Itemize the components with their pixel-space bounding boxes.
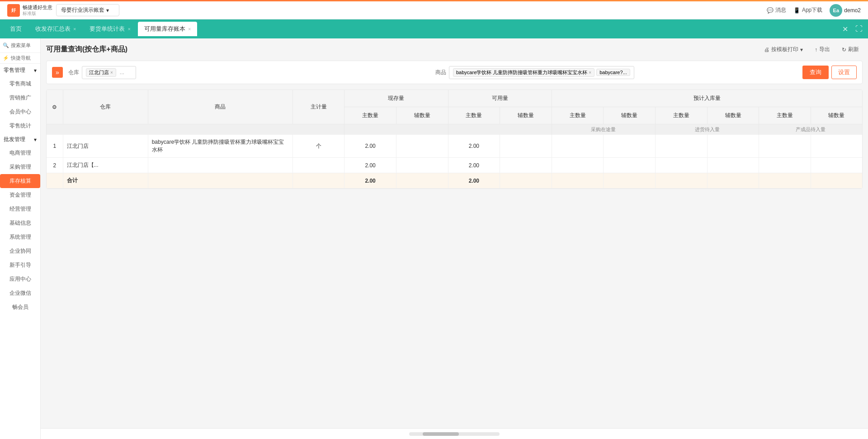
close-all-tabs-icon[interactable]: ✕	[840, 23, 850, 35]
print-dropdown-icon	[800, 47, 803, 53]
sidebar-item-enterprise[interactable]: 企业协同	[0, 244, 40, 258]
sidebar-item-purchase-mgmt[interactable]: 采购管理	[0, 160, 40, 174]
sidebar-item-operations[interactable]: 经营管理	[0, 202, 40, 216]
print-icon: 🖨	[764, 47, 769, 53]
message-button[interactable]: 💬 消息	[767, 6, 786, 14]
avatar: Ea	[830, 4, 842, 17]
th-stock-main: 主数量	[344, 107, 396, 124]
product-filter-field: 商品 babycare学饮杯 儿童防摔防撞吸管杯重力球吸嘴杯宝宝水杯 × bab…	[435, 66, 797, 79]
logo-area: 好 畅捷通好生意 标准版	[7, 4, 52, 17]
nav-tabs: 首页 收发存汇总表 × 要货单统计表 × 可用量库存账本 × ✕ ⛶	[0, 19, 868, 38]
remove-product-tag-1[interactable]: ×	[589, 70, 591, 75]
sidebar-item-retail-store[interactable]: 零售商城	[0, 77, 40, 91]
th-current-stock: 现存量	[344, 90, 448, 107]
remove-warehouse-tag[interactable]: ×	[110, 70, 113, 75]
page-actions: 🖨 按模板打印 ↑ 导出 ↻ 刷新	[760, 44, 863, 55]
scrollbar-thumb[interactable]	[423, 432, 459, 436]
query-button[interactable]: 查询	[802, 66, 829, 79]
header-right: 💬 消息 📱 App下载 Ea demo2	[767, 4, 861, 17]
app-download-button[interactable]: 📱 App下载	[793, 6, 822, 14]
data-table: ⚙ 仓库 商品 主计量 现存量 可用量 预计入库量 主数量 辅数量 主数量	[47, 90, 862, 189]
tenant-dropdown-icon	[106, 7, 109, 14]
tab-order-stats[interactable]: 要货单统计表 ×	[83, 22, 137, 36]
sub-header-production-pending: 产成品待入量	[759, 124, 862, 135]
sidebar-item-finance[interactable]: 资金管理	[0, 188, 40, 202]
th-avail-aux: 辅数量	[500, 107, 552, 124]
close-tab-order-stats[interactable]: ×	[127, 26, 130, 32]
export-button[interactable]: ↑ 导出	[811, 44, 834, 55]
logo-text: 畅捷通好生意 标准版	[23, 4, 52, 16]
warehouse-tag[interactable]: 江北门店 ×	[86, 68, 116, 77]
sidebar-item-ecommerce[interactable]: 电商管理	[0, 146, 40, 160]
sidebar-quick-nav[interactable]: ⚡ 快捷导航	[0, 53, 40, 64]
logo-icon: 好	[7, 4, 20, 17]
page-title-bar: 可用量查询(按仓库+商品) 🖨 按模板打印 ↑ 导出 ↻ 刷新	[46, 44, 863, 55]
sidebar: 🔍 搜索菜单 ⚡ 快捷导航 零售管理 零售商城 营销推广 会员中心 零售统计 批…	[0, 38, 41, 439]
template-print-button[interactable]: 🖨 按模板打印	[760, 44, 807, 55]
refresh-button[interactable]: ↻ 刷新	[838, 44, 863, 55]
warehouse-filter-dots[interactable]: ...	[118, 69, 126, 76]
sidebar-item-basic-info[interactable]: 基础信息	[0, 216, 40, 230]
chevron-down-icon-2	[34, 137, 37, 143]
sidebar-item-retail-stats[interactable]: 零售统计	[0, 119, 40, 133]
page-container: 可用量查询(按仓库+商品) 🖨 按模板打印 ↑ 导出 ↻ 刷新	[41, 38, 868, 428]
header-left: 好 畅捷通好生意 标准版 母婴行业演示账套	[7, 4, 119, 17]
sidebar-item-inventory[interactable]: 库存核算	[0, 174, 40, 188]
table-row: 1 江北门店 babycare学饮杯 儿童防摔防撞吸管杯重力球吸嘴杯宝宝水杯 个…	[47, 135, 862, 158]
warehouse-filter-field: 仓库 江北门店 × ...	[68, 66, 430, 79]
sidebar-item-new-guide[interactable]: 新手引导	[0, 258, 40, 272]
tab-home[interactable]: 首页	[4, 22, 28, 36]
product-tag-1[interactable]: babycare学饮杯 儿童防摔防撞吸管杯重力球吸嘴杯宝宝水杯 ×	[453, 68, 594, 77]
settings-button[interactable]: 设置	[831, 66, 857, 79]
user-menu[interactable]: Ea demo2	[830, 4, 861, 17]
data-table-container: ⚙ 仓库 商品 主计量 现存量 可用量 预计入库量 主数量 辅数量 主数量	[46, 90, 863, 189]
message-icon: 💬	[767, 7, 774, 14]
sidebar-item-system-mgmt[interactable]: 系统管理	[0, 230, 40, 244]
product-filter-input[interactable]: babycare学饮杯 儿童防摔防撞吸管杯重力球吸嘴杯宝宝水杯 × babyca…	[449, 66, 634, 79]
sidebar-item-retail-mgmt[interactable]: 零售管理	[0, 64, 40, 77]
sidebar-item-marketing[interactable]: 营销推广	[0, 91, 40, 105]
product-filter-label: 商品	[435, 69, 446, 76]
th-prod-main: 主数量	[759, 107, 811, 124]
sidebar-item-wholesale-mgmt[interactable]: 批发管理	[0, 133, 40, 146]
th-prod-aux: 辅数量	[811, 107, 862, 124]
nav-icon: ⚡	[3, 55, 9, 61]
main-layout: 🔍 搜索菜单 ⚡ 快捷导航 零售管理 零售商城 营销推广 会员中心 零售统计 批…	[0, 38, 868, 439]
sidebar-search[interactable]: 🔍 搜索菜单	[0, 38, 40, 53]
export-icon: ↑	[815, 47, 817, 53]
sub-header-purchase-transit: 采购在途量	[552, 124, 655, 135]
product-tag-2[interactable]: babycare?...	[596, 69, 630, 76]
th-available: 可用量	[448, 90, 552, 107]
th-pt-aux: 辅数量	[604, 107, 656, 124]
top-header: 好 畅捷通好生意 标准版 母婴行业演示账套 💬 消息 📱 App下载 Ea de…	[0, 1, 868, 19]
close-tab-available-inventory[interactable]: ×	[188, 26, 191, 32]
th-stock-aux: 辅数量	[396, 107, 448, 124]
warehouse-filter-input[interactable]: 江北门店 × ...	[82, 66, 136, 79]
tab-receipt-summary[interactable]: 收发存汇总表 ×	[29, 22, 82, 36]
filter-bar: » 仓库 江北门店 × ... 商品	[46, 61, 863, 84]
th-pp-main: 主数量	[656, 107, 708, 124]
search-icon: 🔍	[3, 42, 9, 48]
sidebar-item-enterprise-wechat[interactable]: 企业微信	[0, 286, 40, 300]
sidebar-item-member-center[interactable]: 会员中心	[0, 105, 40, 119]
content-area: 可用量查询(按仓库+商品) 🖨 按模板打印 ↑ 导出 ↻ 刷新	[41, 38, 868, 439]
app-icon: 📱	[793, 7, 800, 14]
tab-available-inventory[interactable]: 可用量库存账本 ×	[138, 22, 197, 36]
th-main-unit: 主计量	[292, 90, 344, 124]
sidebar-item-app-center[interactable]: 应用中心	[0, 272, 40, 286]
th-settings[interactable]: ⚙	[47, 90, 63, 124]
th-pt-main: 主数量	[552, 107, 604, 124]
tenant-selector[interactable]: 母婴行业演示账套	[56, 4, 119, 16]
tabs-right-actions: ✕ ⛶	[840, 23, 864, 35]
sidebar-item-membership[interactable]: 畅会员	[0, 300, 40, 314]
horizontal-scrollbar[interactable]	[409, 432, 500, 436]
filter-toggle[interactable]: »	[52, 67, 63, 78]
th-product: 商品	[148, 90, 292, 124]
sub-header-purchase-pending: 进货待入量	[656, 124, 759, 135]
summary-row: 合计 2.00 2.00	[47, 173, 862, 189]
expand-icon[interactable]: ⛶	[854, 23, 864, 35]
table-body: 1 江北门店 babycare学饮杯 儿童防摔防撞吸管杯重力球吸嘴杯宝宝水杯 个…	[47, 135, 862, 189]
close-tab-receipt-summary[interactable]: ×	[73, 26, 76, 32]
th-warehouse: 仓库	[63, 90, 148, 124]
refresh-icon: ↻	[842, 47, 846, 53]
